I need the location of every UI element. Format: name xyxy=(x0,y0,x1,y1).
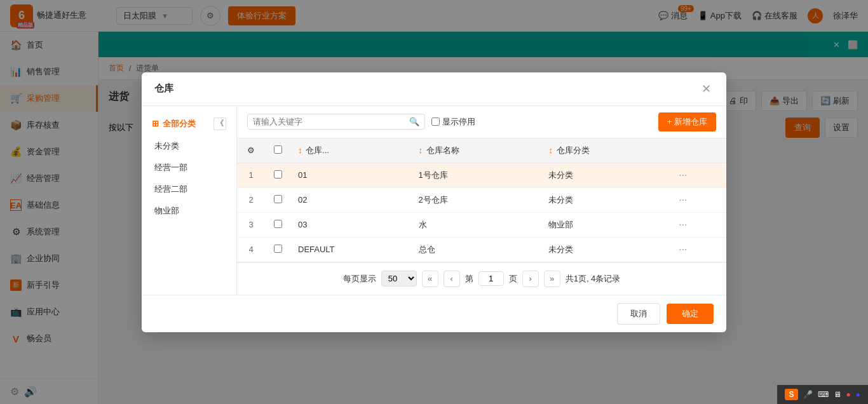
warehouse-modal: 仓库 ✕ ⊞ 全部分类 《 未分类 经营一部 经营二部 xyxy=(142,72,726,332)
row-num: 4 xyxy=(237,237,265,262)
sort-icon-name: ↕ xyxy=(419,145,423,155)
brand-status-icon: S xyxy=(785,389,797,400)
row-more[interactable]: ··· xyxy=(671,212,726,237)
col-action-header xyxy=(671,138,726,163)
search-icon: 🔍 xyxy=(409,117,419,126)
search-box: 🔍 xyxy=(247,114,425,130)
add-warehouse-button[interactable]: + 新增仓库 xyxy=(658,112,716,131)
sidebar-collapse-button[interactable]: 《 xyxy=(214,118,226,130)
modal-sidebar-item-dept2[interactable]: 经营二部 xyxy=(142,178,236,200)
warehouse-table: ⚙ ↕ 仓库... ↕ xyxy=(237,138,726,262)
display-icon: 🖥 xyxy=(834,390,841,399)
page-number-input[interactable] xyxy=(478,271,504,286)
keyboard-icon: ⌨ xyxy=(818,390,829,399)
row-more[interactable]: ··· xyxy=(671,187,726,212)
modal-title: 仓库 xyxy=(154,83,173,95)
table-row[interactable]: 3 03 水 物业部 ··· xyxy=(237,212,726,237)
row-num: 2 xyxy=(237,187,265,212)
row-more[interactable]: ··· xyxy=(671,237,726,262)
modal-body: ⊞ 全部分类 《 未分类 经营一部 经营二部 物业部 xyxy=(142,106,726,295)
col-check-header xyxy=(265,138,290,163)
row-num: 1 xyxy=(237,163,265,187)
table-row[interactable]: 4 DEFAULT 总仓 未分类 ··· xyxy=(237,237,726,262)
cancel-button[interactable]: 取消 xyxy=(617,303,660,325)
sort-icon-category: ↕ xyxy=(548,145,553,155)
blue-indicator: ● xyxy=(856,390,860,399)
status-bar: S 🎤 ⌨ 🖥 ● ● xyxy=(777,385,868,404)
row-category: 未分类 xyxy=(541,187,671,212)
row-name: 1号仓库 xyxy=(411,163,541,187)
per-page-select[interactable]: 102050100 xyxy=(381,271,417,286)
show-disabled-checkbox[interactable] xyxy=(431,118,440,126)
pagination: 每页显示 102050100 « ‹ 第 页 › xyxy=(237,262,726,295)
show-disabled-label[interactable]: 显示停用 xyxy=(431,116,475,128)
modal-footer: 取消 确定 xyxy=(142,295,726,332)
first-page-button[interactable]: « xyxy=(422,271,438,287)
modal-sidebar: ⊞ 全部分类 《 未分类 经营一部 经营二部 物业部 xyxy=(142,106,237,295)
modal-toolbar: 🔍 显示停用 + 新增仓库 xyxy=(237,106,726,138)
modal-sidebar-item-property[interactable]: 物业部 xyxy=(142,200,236,222)
table-row[interactable]: 2 02 2号仓库 未分类 ··· xyxy=(237,187,726,212)
row-name: 2号仓库 xyxy=(411,187,541,212)
modal-header: 仓库 ✕ xyxy=(142,72,726,106)
col-category-header[interactable]: ↕ 仓库分类 xyxy=(541,138,671,163)
last-page-button[interactable]: » xyxy=(544,271,560,287)
next-page-button[interactable]: › xyxy=(522,271,539,287)
row-category: 未分类 xyxy=(541,163,671,187)
row-code: 03 xyxy=(290,212,411,237)
row-more[interactable]: ··· xyxy=(671,163,726,187)
prev-page-button[interactable]: ‹ xyxy=(444,271,460,287)
modal-sidebar-item-uncategorized[interactable]: 未分类 xyxy=(142,135,236,157)
row-num: 3 xyxy=(237,212,265,237)
select-all-checkbox[interactable] xyxy=(274,145,282,154)
row-checkbox-cell[interactable] xyxy=(265,187,290,212)
row-checkbox-cell[interactable] xyxy=(265,237,290,262)
col-code-header[interactable]: ↕ 仓库... xyxy=(290,138,411,163)
col-settings-header[interactable]: ⚙ xyxy=(237,138,265,163)
col-name-header[interactable]: ↕ 仓库名称 xyxy=(411,138,541,163)
row-category: 物业部 xyxy=(541,212,671,237)
row-name: 水 xyxy=(411,212,541,237)
modal-main: 🔍 显示停用 + 新增仓库 ⚙ xyxy=(237,106,726,295)
red-indicator: ● xyxy=(846,390,851,399)
mic-icon: 🎤 xyxy=(803,390,813,399)
modal-close-button[interactable]: ✕ xyxy=(698,81,714,97)
row-checkbox-cell[interactable] xyxy=(265,163,290,187)
modal-overlay: 仓库 ✕ ⊞ 全部分类 《 未分类 经营一部 经营二部 xyxy=(0,0,868,404)
modal-sidebar-item-dept1[interactable]: 经营一部 xyxy=(142,157,236,178)
row-code: DEFAULT xyxy=(290,237,411,262)
search-input[interactable] xyxy=(253,117,405,126)
sort-icon: ↕ xyxy=(298,145,302,155)
confirm-button[interactable]: 确定 xyxy=(667,304,714,324)
modal-sidebar-all[interactable]: ⊞ 全部分类 《 xyxy=(142,112,236,135)
row-code: 01 xyxy=(290,163,411,187)
row-category: 未分类 xyxy=(541,237,671,262)
row-name: 总仓 xyxy=(411,237,541,262)
row-checkbox-cell[interactable] xyxy=(265,212,290,237)
row-code: 02 xyxy=(290,187,411,212)
table-row[interactable]: 1 01 1号仓库 未分类 ··· xyxy=(237,163,726,187)
